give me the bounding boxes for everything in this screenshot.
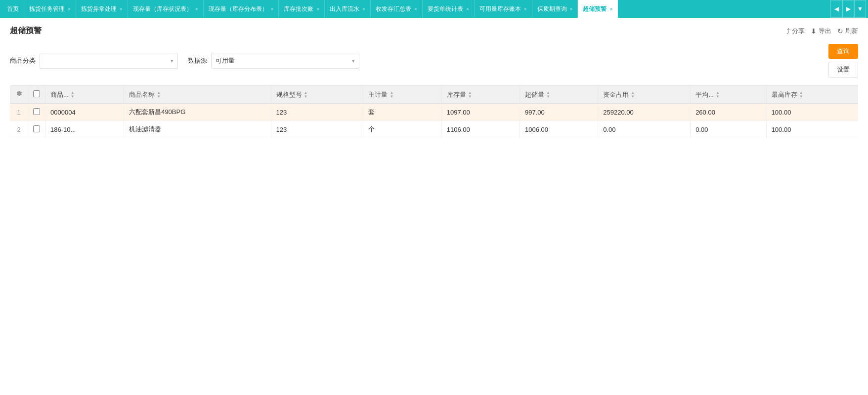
table-row: 2 186-10... 机油滤清器 123 个 1106.00 1006.00 … bbox=[10, 121, 858, 138]
page-title: 超储预警 bbox=[10, 26, 42, 36]
th-overstock-label: 超储量 bbox=[525, 90, 544, 99]
max-stock: 100.00 bbox=[766, 121, 858, 138]
row-num: 1 bbox=[10, 104, 28, 121]
th-stock: 库存量 ▲▼ bbox=[441, 86, 520, 104]
nav-tab-receipt-summary[interactable]: 收发存汇总表 × bbox=[371, 0, 423, 18]
nav-tab-overstock-label: 超储预警 bbox=[583, 5, 607, 13]
select-all-checkbox[interactable] bbox=[33, 90, 40, 97]
unit: 套 bbox=[363, 104, 441, 121]
nav-tab-stock-dist-label: 现存量（库存分布表） bbox=[209, 5, 268, 13]
export-button[interactable]: ⬇ 导出 bbox=[811, 27, 831, 36]
gear-icon[interactable] bbox=[15, 90, 23, 98]
share-icon: ⤴ bbox=[786, 27, 790, 35]
th-avg: 平均... ▲▼ bbox=[691, 86, 767, 104]
nav-tab-overstock[interactable]: 超储预警 × bbox=[578, 0, 618, 18]
close-icon[interactable]: × bbox=[68, 6, 71, 12]
th-max-stock-label: 最高库存 bbox=[772, 90, 797, 99]
th-unit: 主计量 ▲▼ bbox=[363, 86, 441, 104]
table-header-row: 商品... ▲▼ 商品名称 ▲▼ 规格型号 ▲▼ bbox=[10, 86, 858, 104]
nav-next-button[interactable]: ▶ bbox=[842, 0, 854, 18]
close-icon[interactable]: × bbox=[120, 6, 123, 12]
sort-icon[interactable]: ▲▼ bbox=[716, 91, 720, 99]
th-product-code-label: 商品... bbox=[50, 90, 69, 99]
overstock: 997.00 bbox=[520, 104, 598, 121]
close-icon[interactable]: × bbox=[609, 6, 612, 12]
sort-icon[interactable]: ▲▼ bbox=[304, 91, 308, 99]
page-header: 超储预警 ⤴ 分享 ⬇ 导出 ↻ 刷新 bbox=[10, 26, 858, 36]
product-name: 六配套新昌490BPG bbox=[124, 104, 271, 121]
export-label: 导出 bbox=[819, 27, 831, 36]
close-icon[interactable]: × bbox=[570, 6, 573, 12]
table-body: 1 0000004 六配套新昌490BPG 123 套 1097.00 997.… bbox=[10, 104, 858, 138]
nav-tab-demand-stat-label: 要货单统计表 bbox=[428, 5, 463, 13]
datasource-select-value: 可用量 bbox=[216, 56, 235, 65]
capital: 0.00 bbox=[598, 121, 691, 138]
th-unit-label: 主计量 bbox=[368, 90, 388, 99]
th-spec-label: 规格型号 bbox=[276, 90, 302, 99]
stock: 1097.00 bbox=[441, 104, 520, 121]
row-checkbox-cell bbox=[28, 104, 45, 121]
th-spec: 规格型号 ▲▼ bbox=[271, 86, 363, 104]
sort-icon[interactable]: ▲▼ bbox=[390, 91, 393, 99]
product-code: 186-10... bbox=[45, 121, 124, 138]
row-checkbox[interactable] bbox=[33, 125, 40, 132]
chevron-down-icon: ▾ bbox=[352, 58, 355, 64]
sort-icon[interactable]: ▲▼ bbox=[546, 91, 550, 99]
nav-tab-stock-status[interactable]: 现存量（库存状况表） × bbox=[128, 0, 204, 18]
sort-icon[interactable]: ▲▼ bbox=[468, 91, 472, 99]
nav-tab-demand-stat[interactable]: 要货单统计表 × bbox=[423, 0, 475, 18]
th-avg-label: 平均... bbox=[695, 90, 714, 99]
refresh-button[interactable]: ↻ 刷新 bbox=[837, 27, 858, 36]
sort-icon[interactable]: ▲▼ bbox=[631, 91, 635, 99]
nav-tab-stock-status-label: 现存量（库存状况表） bbox=[133, 5, 192, 13]
nav-tab-pick-abnormal[interactable]: 拣货异常处理 × bbox=[76, 0, 128, 18]
nav-more-button[interactable]: ▼ bbox=[854, 0, 866, 18]
sort-icon[interactable]: ▲▼ bbox=[799, 91, 803, 99]
stock: 1106.00 bbox=[441, 121, 520, 138]
export-icon: ⬇ bbox=[811, 27, 817, 35]
category-filter-group: 商品分类 ▾ bbox=[10, 53, 178, 69]
datasource-select[interactable]: 可用量 ▾ bbox=[211, 53, 359, 69]
close-icon[interactable]: × bbox=[195, 6, 198, 12]
nav-tab-inout-flow[interactable]: 出入库流水 × bbox=[325, 0, 371, 18]
row-num: 2 bbox=[10, 121, 28, 138]
nav-tab-batch-account[interactable]: 库存批次账 × bbox=[279, 0, 325, 18]
nav-tab-shelf-life[interactable]: 保质期查询 × bbox=[532, 0, 578, 18]
sort-icon[interactable]: ▲▼ bbox=[71, 91, 75, 99]
filter-buttons: 查询 设置 bbox=[828, 44, 858, 78]
avg: 0.00 bbox=[691, 121, 767, 138]
datasource-filter-group: 数据源 可用量 ▾ bbox=[188, 53, 359, 69]
query-button[interactable]: 查询 bbox=[828, 44, 858, 59]
close-icon[interactable]: × bbox=[362, 6, 365, 12]
data-table: 商品... ▲▼ 商品名称 ▲▼ 规格型号 ▲▼ bbox=[10, 85, 858, 138]
close-icon[interactable]: × bbox=[414, 6, 417, 12]
th-capital: 资金占用 ▲▼ bbox=[598, 86, 691, 104]
nav-tab-home[interactable]: 首页 bbox=[2, 0, 24, 18]
top-navigation: 首页 拣货任务管理 × 拣货异常处理 × 现存量（库存状况表） × 现存量（库存… bbox=[0, 0, 868, 18]
close-icon[interactable]: × bbox=[466, 6, 469, 12]
sort-icon[interactable]: ▲▼ bbox=[157, 91, 161, 99]
close-icon[interactable]: × bbox=[316, 6, 319, 12]
th-max-stock: 最高库存 ▲▼ bbox=[766, 86, 858, 104]
close-icon[interactable]: × bbox=[271, 6, 274, 12]
product-name: 机油滤清器 bbox=[124, 121, 271, 138]
nav-prev-button[interactable]: ◀ bbox=[830, 0, 842, 18]
nav-tab-available-account[interactable]: 可用量库存账本 × bbox=[475, 0, 532, 18]
close-icon[interactable]: × bbox=[524, 6, 527, 12]
category-select[interactable]: ▾ bbox=[40, 53, 178, 69]
th-overstock: 超储量 ▲▼ bbox=[520, 86, 598, 104]
nav-tab-stock-dist[interactable]: 现存量（库存分布表） × bbox=[204, 0, 279, 18]
settings-button[interactable]: 设置 bbox=[828, 62, 858, 78]
th-capital-label: 资金占用 bbox=[603, 90, 629, 99]
refresh-icon: ↻ bbox=[837, 27, 843, 35]
nav-tab-home-label: 首页 bbox=[7, 5, 19, 13]
nav-tab-pick-task-label: 拣货任务管理 bbox=[29, 5, 65, 13]
overstock: 1006.00 bbox=[520, 121, 598, 138]
table-row: 1 0000004 六配套新昌490BPG 123 套 1097.00 997.… bbox=[10, 104, 858, 121]
row-checkbox[interactable] bbox=[33, 108, 40, 115]
nav-tab-batch-account-label: 库存批次账 bbox=[284, 5, 313, 13]
nav-tab-pick-task[interactable]: 拣货任务管理 × bbox=[24, 0, 76, 18]
max-stock: 100.00 bbox=[766, 104, 858, 121]
share-button[interactable]: ⤴ 分享 bbox=[786, 27, 805, 36]
spec: 123 bbox=[271, 104, 363, 121]
